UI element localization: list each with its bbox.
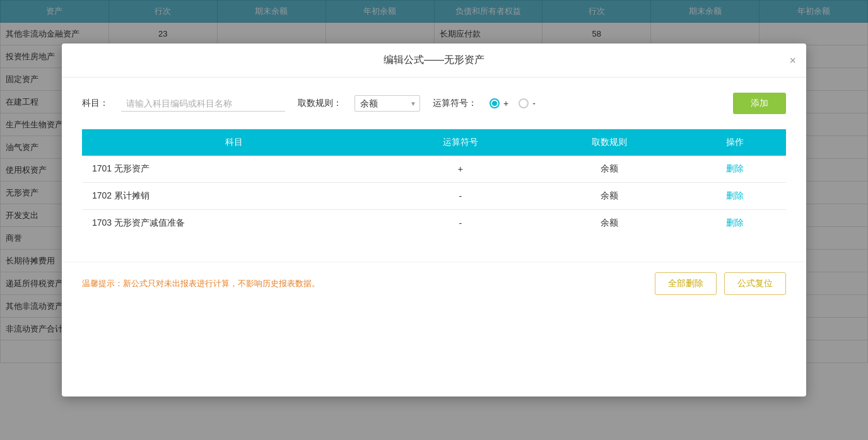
modal-footer: 温馨提示：新公式只对未出报表进行计算，不影响历史报表数据。 全部删除 公式复位 [62, 262, 806, 305]
table-header-action: 操作 [684, 129, 786, 156]
rule-select[interactable]: 余额 借方发生额 贷方发生额 期初余额 [355, 95, 420, 112]
formula-table: 科目 运算符号 取数规则 操作 1701 无形资产 + 余额 删除 [82, 129, 786, 236]
operator-label: 运算符号： [433, 98, 477, 109]
radio-plus-circle[interactable] [490, 98, 500, 108]
radio-minus-circle[interactable] [519, 98, 529, 108]
table-row: 1701 无形资产 + 余额 删除 [82, 156, 786, 183]
row3-subject: 1703 无形资产减值准备 [82, 210, 385, 237]
form-row: 科目： 取数规则： 余额 借方发生额 贷方发生额 期初余额 ▼ 运算符号： [82, 93, 786, 114]
rule-select-wrapper[interactable]: 余额 借方发生额 贷方发生额 期初余额 ▼ [355, 95, 420, 112]
subject-input[interactable] [121, 96, 285, 112]
operator-radio-group: + - [490, 98, 536, 108]
row1-delete-link[interactable]: 删除 [726, 163, 744, 173]
operator-plus-option[interactable]: + [490, 98, 508, 108]
modal-overlay: 编辑公式——无形资产 × 科目： 取数规则： 余额 借方发生额 贷方发生额 期初… [0, 0, 868, 440]
row1-action: 删除 [684, 156, 786, 183]
row2-delete-link[interactable]: 删除 [726, 190, 744, 200]
row3-rule: 余额 [535, 210, 684, 237]
add-button[interactable]: 添加 [733, 93, 786, 114]
table-row: 1703 无形资产减值准备 - 余额 删除 [82, 210, 786, 237]
subject-label: 科目： [82, 98, 108, 109]
modal-body: 科目： 取数规则： 余额 借方发生额 贷方发生额 期初余额 ▼ 运算符号： [62, 78, 806, 252]
row2-rule: 余额 [535, 183, 684, 210]
table-header-rule: 取数规则 [535, 129, 684, 156]
modal-dialog: 编辑公式——无形资产 × 科目： 取数规则： 余额 借方发生额 贷方发生额 期初… [62, 43, 806, 397]
operator-plus-label: + [503, 98, 508, 108]
row1-rule: 余额 [535, 156, 684, 183]
footer-buttons: 全部删除 公式复位 [655, 272, 786, 295]
row1-operator: + [385, 156, 535, 183]
operator-minus-label: - [532, 98, 536, 108]
row2-operator: - [385, 183, 535, 210]
row1-subject: 1701 无形资产 [82, 156, 385, 183]
table-header-subject: 科目 [82, 129, 385, 156]
table-row: 1702 累计摊销 - 余额 删除 [82, 183, 786, 210]
tip-text: 温馨提示：新公式只对未出报表进行计算，不影响历史报表数据。 [82, 278, 320, 289]
modal-header: 编辑公式——无形资产 × [62, 43, 806, 78]
row2-subject: 1702 累计摊销 [82, 183, 385, 210]
row3-delete-link[interactable]: 删除 [726, 217, 744, 228]
modal-title: 编辑公式——无形资产 [384, 54, 484, 67]
reset-formula-button[interactable]: 公式复位 [724, 272, 786, 295]
operator-minus-option[interactable]: - [519, 98, 536, 108]
row2-action: 删除 [684, 183, 786, 210]
rule-label: 取数规则： [298, 98, 342, 109]
row3-operator: - [385, 210, 535, 237]
close-button[interactable]: × [789, 55, 796, 66]
delete-all-button[interactable]: 全部删除 [655, 272, 717, 295]
table-header-operator: 运算符号 [385, 129, 535, 156]
row3-action: 删除 [684, 210, 786, 237]
